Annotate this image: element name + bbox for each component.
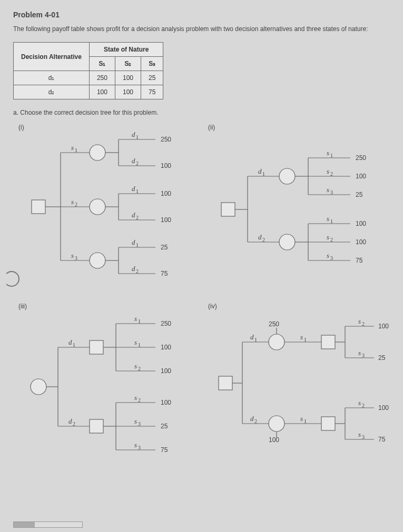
svg-text:25: 25 bbox=[161, 423, 168, 430]
svg-point-161 bbox=[269, 416, 284, 431]
svg-text:1: 1 bbox=[136, 242, 139, 248]
svg-text:s: s bbox=[134, 417, 137, 425]
svg-text:d: d bbox=[250, 333, 254, 341]
svg-text:250: 250 bbox=[356, 154, 366, 162]
cell: 75 bbox=[141, 85, 163, 99]
tree-ii: d1 s1 250 s2 100 s3 25 d2 s1 100 s2 100 … bbox=[219, 145, 392, 276]
svg-text:s: s bbox=[327, 215, 329, 223]
svg-text:s: s bbox=[358, 399, 361, 407]
svg-text:s: s bbox=[134, 338, 137, 346]
question-text: a. Choose the correct decision tree for … bbox=[13, 109, 390, 116]
col-s2: S₂ bbox=[115, 57, 141, 71]
svg-text:d: d bbox=[132, 265, 135, 273]
svg-text:2: 2 bbox=[254, 418, 257, 424]
svg-text:s: s bbox=[327, 252, 329, 259]
problem-title: Problem 4-01 bbox=[13, 11, 390, 19]
cell: 25 bbox=[141, 71, 163, 85]
svg-point-91 bbox=[31, 379, 46, 395]
svg-text:1: 1 bbox=[330, 218, 333, 224]
payoff-table: Decision Alternative State of Nature S₁ … bbox=[13, 42, 163, 99]
option-iii-label[interactable]: (iii) bbox=[18, 303, 27, 310]
svg-text:100: 100 bbox=[269, 436, 279, 444]
svg-text:s: s bbox=[134, 394, 137, 401]
svg-rect-117 bbox=[90, 419, 103, 433]
svg-point-75 bbox=[279, 234, 295, 250]
cell: 100 bbox=[115, 71, 141, 85]
svg-text:3: 3 bbox=[138, 445, 141, 450]
svg-text:1: 1 bbox=[304, 337, 307, 343]
svg-text:100: 100 bbox=[161, 344, 171, 351]
col-s1: S₁ bbox=[89, 57, 115, 71]
svg-text:d: d bbox=[68, 338, 72, 346]
svg-rect-0 bbox=[32, 200, 45, 214]
cell: 100 bbox=[115, 85, 141, 99]
decision-header: Decision Alternative bbox=[14, 43, 90, 71]
svg-text:1: 1 bbox=[254, 337, 257, 343]
svg-text:d: d bbox=[132, 211, 135, 219]
svg-text:s: s bbox=[327, 167, 329, 175]
svg-text:100: 100 bbox=[161, 216, 171, 224]
svg-rect-97 bbox=[90, 340, 103, 354]
svg-text:d: d bbox=[68, 417, 72, 425]
svg-text:3: 3 bbox=[362, 434, 365, 440]
option-ii-label[interactable]: (ii) bbox=[208, 124, 215, 131]
tree-i: s1 d1 250 d2 100 s2 d1 100 d2 100 s3 d1 … bbox=[29, 124, 198, 287]
svg-text:1: 1 bbox=[138, 342, 141, 348]
table-row: d₂ 100 100 75 bbox=[14, 85, 163, 99]
svg-text:1: 1 bbox=[330, 153, 333, 158]
svg-text:1: 1 bbox=[262, 171, 265, 177]
row-label: d₂ bbox=[14, 85, 90, 99]
svg-text:d: d bbox=[258, 167, 262, 175]
svg-text:250: 250 bbox=[161, 136, 171, 143]
col-s3: S₃ bbox=[141, 57, 163, 71]
svg-text:75: 75 bbox=[161, 446, 168, 454]
svg-text:2: 2 bbox=[136, 215, 139, 220]
svg-text:100: 100 bbox=[378, 323, 389, 330]
svg-text:250: 250 bbox=[161, 320, 171, 327]
svg-text:d: d bbox=[258, 233, 262, 241]
svg-text:s: s bbox=[71, 252, 74, 259]
answer-selector-icon[interactable] bbox=[4, 271, 19, 287]
svg-text:d: d bbox=[132, 131, 135, 138]
svg-text:s: s bbox=[71, 144, 74, 152]
svg-text:100: 100 bbox=[161, 162, 171, 169]
svg-text:2: 2 bbox=[330, 237, 333, 243]
svg-text:100: 100 bbox=[356, 173, 366, 180]
svg-point-21 bbox=[90, 199, 105, 215]
row-label: d₁ bbox=[14, 71, 90, 85]
svg-text:3: 3 bbox=[362, 353, 365, 358]
state-header: State of Nature bbox=[89, 43, 163, 57]
svg-point-37 bbox=[90, 253, 105, 268]
tree-iii: d1 s1 250 s1 100 s2 100 d2 s2 100 s3 25 … bbox=[29, 305, 198, 474]
svg-text:2: 2 bbox=[330, 171, 333, 177]
svg-text:1: 1 bbox=[75, 147, 77, 153]
svg-text:1: 1 bbox=[304, 418, 307, 424]
tree-iv: d1 250 s1 s2 100 s3 25 d2 100 s1 s2 100 … bbox=[216, 308, 395, 466]
svg-rect-167 bbox=[321, 417, 335, 430]
svg-text:s: s bbox=[327, 186, 329, 194]
svg-text:100: 100 bbox=[161, 367, 171, 375]
svg-text:1: 1 bbox=[136, 188, 139, 194]
svg-text:75: 75 bbox=[378, 436, 386, 443]
svg-text:s: s bbox=[327, 149, 329, 157]
svg-text:d: d bbox=[132, 157, 135, 165]
svg-text:100: 100 bbox=[356, 220, 366, 227]
svg-text:2: 2 bbox=[138, 397, 141, 403]
svg-text:s: s bbox=[358, 317, 361, 325]
svg-text:s: s bbox=[134, 315, 137, 323]
option-i-label[interactable]: (i) bbox=[18, 124, 24, 131]
svg-text:s: s bbox=[134, 362, 137, 370]
svg-text:s: s bbox=[358, 430, 361, 438]
svg-text:1: 1 bbox=[73, 342, 75, 348]
svg-rect-145 bbox=[321, 335, 335, 349]
svg-text:100: 100 bbox=[378, 404, 389, 411]
svg-text:2: 2 bbox=[73, 421, 75, 427]
svg-text:3: 3 bbox=[75, 255, 77, 261]
svg-text:3: 3 bbox=[330, 189, 333, 195]
svg-text:75: 75 bbox=[356, 257, 363, 264]
svg-text:s: s bbox=[300, 415, 303, 423]
svg-text:1: 1 bbox=[136, 134, 139, 140]
svg-point-55 bbox=[279, 168, 295, 184]
cell: 250 bbox=[89, 71, 115, 85]
svg-text:100: 100 bbox=[161, 399, 171, 406]
